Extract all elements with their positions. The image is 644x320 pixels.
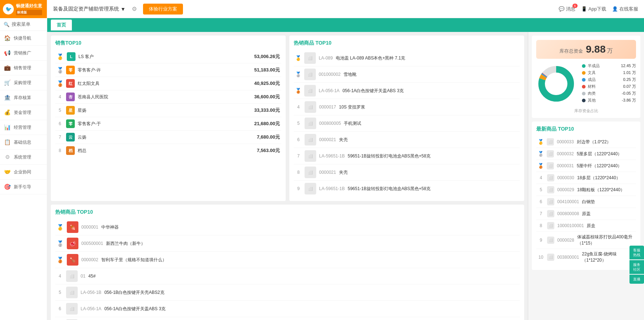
medal-icon: 🥉 (538, 163, 544, 169)
app-download-button[interactable]: 📱 App下载 (581, 6, 606, 12)
list-item: 8 档 档总 7,563.00元 (55, 144, 281, 157)
sidebar-item-sales[interactable]: 💼 销售管理 (0, 61, 47, 75)
avatar: 杏 (66, 93, 75, 101)
newest-products-section: 最新商品 TOP10 🥇 ⬜ 0000033 封边带（1.0*22） 🥈 ⬜ 0… (532, 122, 640, 270)
product-icon: ⬜ (305, 183, 316, 194)
product-icon: ⬜ (304, 52, 316, 64)
settings-button[interactable]: ⚙ (129, 4, 139, 14)
product-icon: ⬜ (66, 303, 78, 315)
product-icon: ⬜ (547, 186, 554, 193)
svg-point-5 (546, 74, 566, 94)
list-item: 6 零 零售客户-于 21,680.00元 (55, 117, 281, 131)
notification-icon: 💬 (559, 6, 564, 12)
product-icon: ⬜ (547, 174, 554, 181)
stock-chart-area: 半成品 12.45 万 文具 1.01 万 成品 0.25 万 (536, 63, 636, 104)
list-item: 6 ⬜ 0000021 夹壳 (294, 132, 520, 148)
product-icon: ⬜ (547, 254, 554, 261)
top-customers-section: 销售TOP10 🥇 L LS 客户 53,006.26元 🥈 零 零售客户- (51, 36, 286, 201)
medal-icon: 🥈 (538, 151, 544, 157)
tab-home[interactable]: 首页 (51, 20, 72, 30)
purchase-icon: 🛒 (4, 79, 11, 86)
medal-icon: 🥈 (57, 240, 64, 247)
avatar: 红 (66, 79, 75, 88)
product-icon: ⬜ (304, 85, 316, 97)
rank-num: 🥉 (57, 80, 63, 87)
list-item: 5 ⬜ 0000029 18颗粒板（1220*2440） (536, 184, 636, 196)
home-icon: 🏠 (4, 34, 11, 42)
stock-legend: 半成品 12.45 万 文具 1.01 万 成品 0.25 万 (582, 63, 636, 104)
phone-icon: 📱 (581, 6, 587, 12)
notification-button[interactable]: 💬 消息 6 (559, 6, 575, 12)
legend-item: 肉类 -0.05 万 (582, 91, 636, 96)
sidebar-item-marketing[interactable]: 📢 营销推广 (0, 46, 47, 61)
sidebar: 🐦 畅捷通好生意 标准版 🔍 搜索菜单 🏠 快捷导航 📢 营销推广 💼 销售管理… (0, 0, 47, 320)
topbar: 装备及固定资产辅助管理系统 ▼ ⚙ 体验行业方案 💬 消息 6 📱 App下载 … (47, 0, 644, 18)
list-item: 6 ⬜ LA-056-1A 056-1A白色按键开关盖ABS 3克 (55, 301, 520, 317)
top-section: 销售TOP10 🥇 L LS 客户 53,006.26元 🥈 零 零售客户- (51, 36, 524, 205)
list-item: 10 ⬜ 003800001 22g鱼豆腐-烧烤味（1*12*20） (536, 249, 636, 266)
medal-icon: 🥇 (538, 139, 544, 145)
avatar: 星 (66, 106, 75, 115)
product-icon: ⬜ (305, 101, 316, 113)
product-icon: ⬜ (305, 134, 316, 145)
product-icon: ⬜ (305, 118, 316, 129)
product-image: 🍗 (67, 254, 78, 266)
list-item: 8 ⬜ 0000021 夹壳 (294, 164, 520, 181)
main-area: 装备及固定资产辅助管理系统 ▼ ⚙ 体验行业方案 💬 消息 6 📱 App下载 … (47, 0, 644, 320)
avatar: 零 (66, 66, 75, 74)
marketing-icon: 📢 (4, 49, 11, 57)
dropdown-icon: ▼ (121, 6, 126, 12)
guide-icon: 🎯 (4, 183, 11, 190)
legend-dot (582, 64, 586, 68)
product-icon: ⬜ (66, 270, 78, 282)
list-item: 5 ⬜ 000800005 手机测试 (294, 115, 520, 132)
sales-icon: 💼 (4, 64, 11, 71)
sidebar-item-shortcuts[interactable]: 🏠 快捷导航 (0, 31, 47, 46)
customer-service-button[interactable]: 客服热线 (629, 246, 644, 259)
sidebar-item-system[interactable]: ⚙ 系统管理 (0, 150, 47, 165)
legend-dot (582, 99, 586, 102)
list-item: 4 杏 苍南县人民医院 36,600.00元 (55, 90, 281, 104)
trial-button[interactable]: 体验行业方案 (143, 4, 183, 15)
medal-icon: 🥇 (57, 224, 64, 231)
sidebar-item-basics[interactable]: 📋 基础信息 (0, 135, 47, 150)
logo-icon: 🐦 (3, 4, 14, 15)
basics-icon: 📋 (4, 139, 11, 146)
sidebar-item-cooperation[interactable]: 🤝 企业协同 (0, 165, 47, 180)
online-service-button[interactable]: 👤 在线客服 (612, 6, 638, 12)
right-pane: 库存总资金 9.88 万 (528, 32, 644, 320)
list-item: 🥉 ⬜ 0000031 5厘中纤（1220*2440） (536, 160, 636, 172)
sidebar-item-purchase[interactable]: 🛒 采购管理 (0, 75, 47, 90)
sidebar-item-finance[interactable]: 💰 资金管理 (0, 105, 47, 120)
livestream-button[interactable]: 直播 (629, 275, 644, 284)
list-item: 6 ⬜ 004100001 白钢垫 (536, 196, 636, 208)
legend-dot (582, 85, 586, 89)
middle-pane: 销售TOP10 🥇 L LS 客户 53,006.26元 🥈 零 零售客户- (47, 32, 528, 320)
hot-products-title: 热销商品 TOP10 (55, 209, 520, 216)
sidebar-item-inventory[interactable]: 🏦 库存核算 (0, 90, 47, 105)
product-image: 🍖 (67, 221, 78, 233)
chart-label: 库存资金占比 (536, 108, 636, 114)
list-item: 5 星 星扬 33,333.00元 (55, 104, 281, 117)
list-item: 🥉 红 红太阳文具 40,925.00元 (55, 77, 281, 90)
list-item: 9 ⬜ 0000028 体诚荔枝味苏打饮品400毫升（1*15） (536, 232, 636, 249)
sidebar-search[interactable]: 🔍 搜索菜单 (0, 18, 47, 31)
legend-dot (582, 92, 586, 95)
system-title-dropdown[interactable]: 装备及固定资产辅助管理系统 ▼ (53, 6, 126, 12)
product-icon: ⬜ (305, 150, 316, 162)
service-community-button[interactable]: 服务社区 (629, 260, 644, 274)
list-item: 🥈 ⬜ 001000002 雪地靴 (294, 66, 520, 83)
donut-chart (536, 64, 576, 104)
logo-text: 畅捷通好生意 标准版 (16, 3, 42, 15)
product-icon: ⬜ (547, 150, 554, 157)
product-icon: ⬜ (305, 167, 316, 178)
list-item: 🥇 L LS 客户 53,006.26元 (55, 50, 281, 63)
list-item: 7 ⬜ 000800008 原盖 (536, 208, 636, 220)
list-item: 8 ⬜ 10000100001 原盒 (536, 220, 636, 232)
sidebar-item-guide[interactable]: 🎯 新手引导 (0, 180, 47, 194)
avatar: L (67, 52, 76, 61)
sidebar-item-management[interactable]: 📊 经营管理 (0, 120, 47, 135)
rank-num: 🥈 (57, 67, 63, 74)
avatar: 零 (66, 119, 75, 128)
product-icon: ⬜ (547, 222, 554, 229)
